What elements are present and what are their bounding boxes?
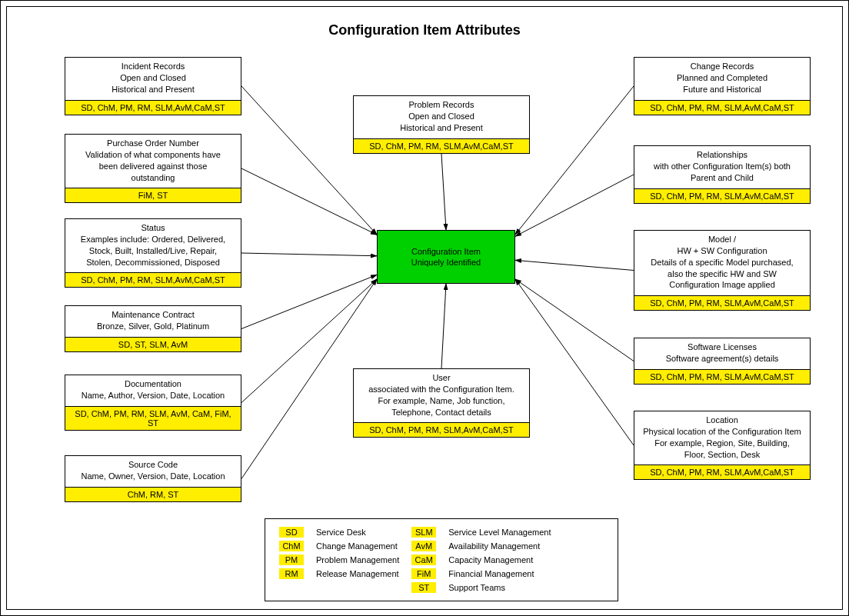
legend-box: SDService DeskSLMService Level Managemen… [265,518,618,601]
connector-model [515,260,634,270]
node-line: Validation of what components have [70,149,236,161]
connector-lic [515,279,634,361]
legend-name: Change Management [310,539,405,553]
legend-name: Service Desk [310,525,405,539]
node-line: also the specific HW and SW [639,268,805,280]
node-line: For example, Region, Site, Building, [639,438,805,449]
legend-name: Financial Management [442,567,557,581]
node-title: Source Code [70,459,236,471]
diagram-title: Configuration Item Attributes [7,22,842,38]
node-tags: SD, ChM, PM, RM, SLM, AvM, CaM, FiM, ST [65,406,241,430]
node-title: Software Licenses [639,341,805,353]
node-line: been delivered against those [70,161,236,172]
node-line: Name, Owner, Version, Date, Location [70,471,236,482]
attribute-node-status: StatusExamples include: Ordered, Deliver… [65,218,241,288]
node-tags: SD, ChM, PM, RM, SLM,AvM,CaM,ST [634,100,810,115]
connector-loc [515,279,634,445]
legend-name: Support Teams [442,581,557,594]
node-tags: FiM, ST [65,188,241,202]
connector-maint [241,275,377,328]
connector-change [515,86,634,235]
node-line: Open and Closed [358,111,524,122]
node-tags: SD, ST, SLM, AvM [65,337,241,351]
node-line: Historical and Present [358,122,524,134]
node-line: with other Configuration Item(s) both [639,161,805,172]
attribute-node-po: Purchase Order NumberValidation of what … [65,134,241,203]
attribute-node-lic: Software LicensesSoftware agreement(s) d… [634,338,811,385]
legend-abbr: SD [279,527,304,538]
connector-user [441,284,446,368]
connector-rel [515,175,634,236]
attribute-node-problem: Problem RecordsOpen and ClosedHistorical… [353,95,530,154]
node-tags: SD, ChM, PM, RM, SLM,AvM,CaM,ST [354,138,529,153]
node-title: Incident Records [70,61,236,72]
legend-name: Capacity Management [442,553,557,567]
center-node-configuration-item: Configuration Item Uniquely Identified [377,230,515,284]
legend-abbr: PM [279,554,304,565]
node-tags: SD, ChM, PM, RM, SLM,AvM,CaM,ST [634,295,810,310]
legend-name: Release Management [310,567,405,581]
node-title: Relationships [639,149,805,161]
node-tags: SD, ChM, PM, RM, SLM,AvM,CaM,ST [65,100,241,115]
legend-abbr: ST [411,582,436,593]
legend-name: Availability Management [442,539,557,553]
diagram-frame: Configuration Item Attributes Configurat… [0,0,849,616]
node-title: Maintenance Contract [70,309,236,321]
node-line: Software agreement(s) details [639,353,805,365]
center-node-line2: Uniquely Identified [411,257,481,268]
attribute-node-loc: LocationPhysical location of the Configu… [634,411,811,480]
center-node-line1: Configuration Item [411,246,481,257]
legend-abbr: CaM [411,554,436,565]
node-title: Purchase Order Number [70,138,236,149]
attribute-node-rel: Relationshipswith other Configuration It… [634,145,811,204]
node-tags: SD, ChM, PM, RM, SLM,AvM,CaM,ST [634,188,810,203]
attribute-node-change: Change RecordsPlanned and CompletedFutur… [634,57,811,115]
legend-abbr: FiM [411,568,436,579]
node-tags: SD, ChM, PM, RM, SLM,AvM,CaM,ST [354,422,529,437]
legend-name: Problem Management [310,553,405,567]
node-line: Telephone, Contact details [358,407,524,418]
legend-name: Service Level Management [442,525,557,539]
node-tags: SD, ChM, PM, RM, SLM,AvM,CaM,ST [65,272,241,287]
node-line: associated with the Configuration Item. [358,384,524,395]
connector-problem [441,154,446,230]
node-title: Location [639,415,805,426]
node-line: HW + SW Configuration [639,245,805,257]
legend-abbr: ChM [279,541,304,551]
node-tags: SD, ChM, PM, RM, SLM,AvM,CaM,ST [634,464,810,479]
node-line: Stolen, Decommissioned, Disposed [70,257,236,268]
node-title: Change Records [639,61,805,72]
node-line: Name, Author, Version, Date, Location [70,390,236,401]
node-line: Configuration Image applied [639,279,805,291]
attribute-node-user: Userassociated with the Configuration It… [353,368,530,438]
node-line: outstanding [70,172,236,184]
connector-po [241,168,377,235]
node-line: Historical and Present [70,84,236,95]
attribute-node-model: Model /HW + SW ConfigurationDetails of a… [634,230,811,311]
node-line: For example, Name, Job function, [358,395,524,407]
attribute-node-maint: Maintenance ContractBronze, Silver, Gold… [65,305,241,352]
diagram-canvas: Configuration Item Attributes Configurat… [6,6,843,610]
node-tags: SD, ChM, PM, RM, SLM,AvM,CaM,ST [634,369,810,384]
legend-abbr: RM [279,568,304,579]
node-line: Planned and Completed [639,72,805,84]
node-title: Problem Records [358,99,524,111]
node-line: Examples include: Ordered, Delivered, [70,234,236,245]
node-tags: ChM, RM, ST [65,487,241,501]
node-line: Bronze, Silver, Gold, Platinum [70,321,236,332]
node-title: Model / [639,234,805,245]
node-title: User [358,372,524,384]
node-line: Future and Historical [639,84,805,95]
attribute-node-src: Source CodeName, Owner, Version, Date, L… [65,455,241,502]
attribute-node-doc: DocumentationName, Author, Version, Date… [65,375,241,431]
node-line: Physical location of the Configuration I… [639,426,805,438]
node-line: Stock, Built, Installed/Live, Repair, [70,245,236,257]
node-line: Open and Closed [70,72,236,84]
node-title: Documentation [70,378,236,390]
node-title: Status [70,222,236,234]
connector-status [241,253,377,256]
node-line: Details of a specific Model purchased, [639,257,805,268]
node-line: Parent and Child [639,172,805,184]
node-line: Floor, Section, Desk [639,449,805,461]
attribute-node-incident: Incident RecordsOpen and ClosedHistorica… [65,57,241,115]
